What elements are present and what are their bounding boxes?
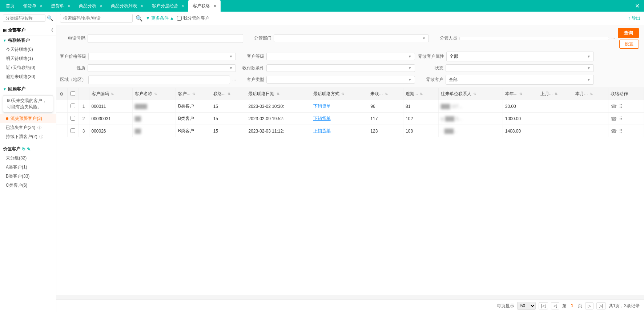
edit-icon[interactable]: ✎ [27, 147, 31, 152]
row-overdue-cell: 108 [403, 125, 439, 137]
adv-filter-customer-type: 客户类型 ▼ [239, 76, 415, 84]
sidebar-item-week[interactable]: 近7天待联络(0) [0, 63, 56, 72]
page-size-select[interactable]: 50 100 [517, 302, 536, 310]
th-last-contact-method[interactable]: 最后联络方式 ⇅ [311, 88, 368, 100]
row-num-cell: 3 [78, 125, 89, 137]
row-last-month-cell [538, 125, 573, 137]
sidebar-search-input[interactable] [3, 15, 45, 22]
sidebar-group-value[interactable]: 价值客户 ↻ ✎ [0, 145, 56, 154]
sidebar-item-overdue[interactable]: 逾期未联络(30) [0, 72, 56, 81]
sidebar-item-ungroup[interactable]: 未分组(32) [0, 154, 56, 163]
sidebar-item-today[interactable]: 今天待联络(0) [0, 45, 56, 54]
th-this-year[interactable]: 本年... ⇅ [503, 88, 538, 100]
sort-icon-method: ⇅ [341, 92, 344, 96]
manager-more-icon[interactable]: ··· [611, 36, 615, 41]
tab-analysis[interactable]: 商品分析 × [75, 0, 106, 12]
payment-select[interactable]: ▼ [266, 64, 415, 72]
sort-icon-code: ⇅ [111, 92, 114, 96]
sidebar-item-continue-down[interactable]: 持续下滑客户(2) ⓘ [0, 132, 56, 141]
action-more-icon[interactable]: ⠿ [619, 128, 623, 134]
filter-search-input[interactable] [60, 14, 133, 23]
row-checkbox-1[interactable] [71, 116, 75, 121]
refresh-icon[interactable]: ↻ [22, 147, 25, 152]
method-link[interactable]: 下销货单 [313, 116, 331, 121]
sidebar-collapse-icon[interactable]: 《 [49, 28, 53, 33]
filter-search-button[interactable]: 🔍 [136, 15, 143, 22]
select-all-checkbox[interactable] [71, 91, 75, 96]
horizontal-scrollbar[interactable] [56, 295, 644, 299]
my-customers-checkbox-label[interactable]: 我分管的客户 [177, 15, 209, 21]
row-name-cell: ██ [132, 125, 176, 137]
customer-type-select[interactable]: ▼ [266, 76, 415, 84]
my-customers-checkbox[interactable] [177, 16, 182, 21]
close-tab-sales[interactable]: × [40, 4, 42, 8]
region-more-icon[interactable]: ··· [232, 77, 236, 82]
th-unit-contact[interactable]: 往来单位联系人 ⇅ [438, 88, 503, 100]
sidebar-all-customers[interactable]: ⊞ 全部客户 《 [0, 25, 56, 36]
next-page-button[interactable]: ▷ [585, 302, 593, 309]
th-overdue[interactable]: 逾期... ⇅ [403, 88, 439, 100]
th-code[interactable]: 客户编码 ⇅ [89, 88, 132, 100]
window-close-btn[interactable]: ✕ [632, 3, 643, 9]
method-link[interactable]: 下销货单 [313, 128, 331, 133]
settings-button[interactable]: 设置 [619, 40, 639, 49]
table-gear-icon[interactable]: ⚙ [60, 92, 64, 97]
phone-input[interactable] [88, 34, 243, 43]
close-tab-analysis-list[interactable]: × [141, 4, 143, 8]
sidebar-item-already-lost[interactable]: 已流失客户(24) ⓘ [0, 123, 56, 132]
tab-sales[interactable]: 销货单 × [19, 0, 47, 12]
prev-page-button[interactable]: ◁ [551, 302, 559, 309]
last-page-button[interactable]: ▷| [596, 302, 606, 309]
th-last-contact-date[interactable]: 最后联络日期 ⇅ [246, 88, 311, 100]
close-tab-purchase[interactable]: × [68, 4, 70, 8]
sidebar-item-churn-predict[interactable]: 流失预警客户(3) [0, 114, 56, 123]
adv-filter-nature: 性质 ▼ [60, 64, 236, 72]
dept-select[interactable]: ▼ [274, 35, 429, 42]
method-link[interactable]: 下销货单 [313, 104, 331, 109]
row-checkbox-cell [67, 125, 78, 137]
row-checkbox-2[interactable] [71, 128, 75, 133]
sidebar-group-pending[interactable]: ▼ 待联络客户 [0, 36, 56, 45]
th-contact[interactable]: 联络... ⇅ [211, 88, 246, 100]
tab-customer-segment[interactable]: 客户分层经营 × [148, 0, 188, 12]
tab-customer-contact[interactable]: 客户联络 × [188, 0, 220, 12]
sidebar-item-a-class[interactable]: A类客户(1) [0, 163, 56, 172]
action-more-icon[interactable]: ⠿ [619, 116, 623, 122]
status-select[interactable]: ▼ [446, 64, 594, 72]
export-button[interactable]: ↑ 导出 [628, 15, 640, 21]
action-more-icon[interactable]: ⠿ [619, 104, 623, 109]
action-contact-icon[interactable]: ☎ [611, 128, 617, 134]
row-code-cell: 000026 [89, 125, 132, 137]
customer-grade-select[interactable]: ▼ [266, 53, 415, 60]
zero-sale-attr-select[interactable]: 全部 ▼ [446, 52, 594, 61]
zero-sale-select[interactable]: 全部 ▼ [446, 75, 594, 85]
first-page-button[interactable]: |◁ [539, 302, 548, 309]
tab-purchase[interactable]: 进货单 × [47, 0, 74, 12]
sidebar-item-c-class[interactable]: C类客户(6) [0, 181, 56, 190]
th-last-month[interactable]: 上月... ⇅ [538, 88, 573, 100]
tab-home[interactable]: 首页 [1, 0, 19, 12]
row-name-cell: ██ [132, 113, 176, 125]
price-grade-select[interactable]: ▼ [88, 53, 236, 60]
more-conditions-button[interactable]: ▼ 更多条件 ▲ [146, 15, 174, 21]
region-input[interactable] [88, 76, 230, 84]
manager-select[interactable] [459, 37, 609, 40]
tab-analysis-list[interactable]: 商品分析列表 × [106, 0, 147, 12]
query-button[interactable]: 查询 [618, 28, 639, 38]
th-this-month[interactable]: 本月... ⇅ [573, 88, 608, 100]
close-tab-customer-segment[interactable]: × [182, 4, 184, 8]
close-tab-analysis[interactable]: × [100, 4, 102, 8]
nature-select[interactable]: ▼ [88, 64, 236, 72]
lost-tooltip: 90天未交易的客户，可能有流失风险。 [3, 95, 53, 113]
th-uncontacted[interactable]: 未联... ⇅ [368, 88, 403, 100]
sidebar-item-tomorrow[interactable]: 明天待联络(1) [0, 54, 56, 63]
sidebar-search-icon[interactable]: 🔍 [47, 15, 53, 21]
action-contact-icon[interactable]: ☎ [611, 104, 617, 109]
close-tab-customer-contact[interactable]: × [214, 4, 216, 8]
sidebar-group-lost[interactable]: ▼ 回购客户 [0, 85, 56, 94]
th-customer-type[interactable]: 客户... ⇅ [176, 88, 211, 100]
sidebar-item-b-class[interactable]: B类客户(33) [0, 172, 56, 181]
row-checkbox-0[interactable] [71, 104, 75, 108]
action-contact-icon[interactable]: ☎ [611, 116, 617, 122]
th-name[interactable]: 客户名称 ⇅ [132, 88, 176, 100]
